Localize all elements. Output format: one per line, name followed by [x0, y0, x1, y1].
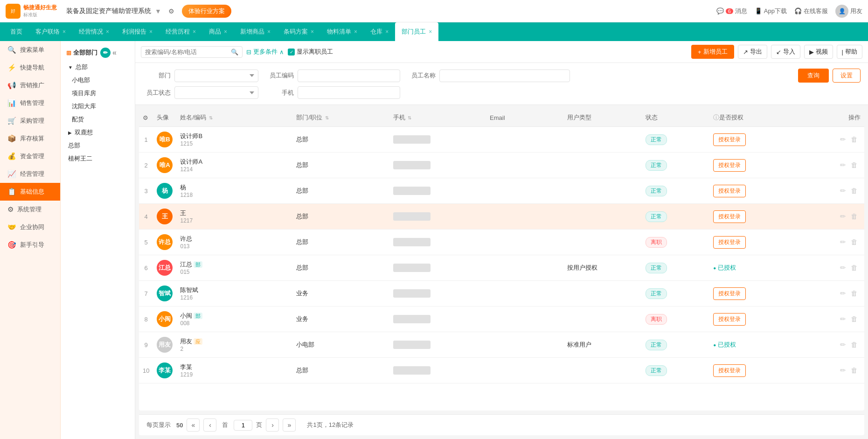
status-select[interactable]: [174, 86, 258, 99]
page-number-input[interactable]: [234, 420, 252, 431]
import-button[interactable]: ↙ 导入: [771, 45, 800, 59]
settings-icon[interactable]: ⚙: [165, 5, 178, 18]
tree-collapse-button[interactable]: «: [112, 49, 117, 57]
help-button[interactable]: | 帮助: [837, 45, 862, 59]
auth-login-button[interactable]: 授权登录: [713, 185, 746, 197]
sidebar-item-快捷导航[interactable]: ⚡快捷导航: [0, 59, 60, 77]
edit-button[interactable]: ✏: [840, 289, 846, 297]
first-page-button[interactable]: «: [187, 418, 200, 432]
nav-tab-利润报告[interactable]: 利润报告×: [116, 22, 159, 41]
title-dropdown-icon[interactable]: ▼: [155, 7, 161, 15]
tab-close-icon[interactable]: ×: [429, 28, 432, 35]
nav-tab-客户联络[interactable]: 客户联络×: [29, 22, 72, 41]
delete-button[interactable]: 🗑: [851, 212, 858, 220]
name-sort-icon[interactable]: ⇅: [209, 115, 213, 120]
nav-tab-物料清单[interactable]: 物料清单×: [320, 22, 364, 41]
auth-login-button[interactable]: 授权登录: [713, 287, 746, 300]
tab-close-icon[interactable]: ×: [354, 28, 357, 35]
tree-node-双鹿想[interactable]: ▶双鹿想: [61, 126, 135, 139]
tree-edit-button[interactable]: ✏: [100, 48, 111, 58]
delete-button[interactable]: 🗑: [851, 366, 858, 374]
nav-tab-经营情况[interactable]: 经营情况×: [72, 22, 116, 41]
sidebar-item-基础信息[interactable]: 📋基础信息: [0, 183, 60, 201]
delete-button[interactable]: 🗑: [851, 264, 858, 272]
message-item[interactable]: 💬 6 消息: [716, 7, 747, 15]
nav-tab-新增商品[interactable]: 新增商品×: [234, 22, 277, 41]
delete-button[interactable]: 🗑: [851, 187, 858, 195]
empcode-input[interactable]: [298, 70, 400, 82]
auth-login-button[interactable]: 授权登录: [713, 236, 746, 249]
prev-page-button[interactable]: ‹: [203, 418, 216, 432]
edit-button[interactable]: ✏: [840, 341, 846, 348]
tree-node-总部[interactable]: ▼总部: [61, 61, 135, 74]
auth-login-button[interactable]: 授权登录: [713, 210, 746, 223]
tab-close-icon[interactable]: ×: [106, 28, 109, 35]
auth-login-button[interactable]: 授权登录: [713, 159, 746, 172]
delete-button[interactable]: 🗑: [851, 341, 858, 348]
tab-close-icon[interactable]: ×: [224, 28, 227, 35]
edit-button[interactable]: ✏: [840, 238, 846, 246]
search-input[interactable]: [145, 49, 229, 56]
export-button[interactable]: ↗ 导出: [738, 45, 767, 59]
auth-login-button[interactable]: 授权登录: [713, 133, 746, 146]
add-employee-button[interactable]: + 新增员工: [691, 45, 734, 59]
tab-close-icon[interactable]: ×: [193, 28, 196, 35]
last-page-button[interactable]: »: [283, 418, 296, 432]
edit-button[interactable]: ✏: [840, 264, 846, 272]
sidebar-item-库存核算[interactable]: 📦库存核算: [0, 130, 60, 147]
nav-tab-部门员工[interactable]: 部门员工×: [395, 22, 438, 41]
tree-node-配货[interactable]: 配货: [61, 113, 135, 126]
tab-close-icon[interactable]: ×: [149, 28, 153, 35]
tree-node-沈阳大库[interactable]: 沈阳大库: [61, 100, 135, 113]
edit-button[interactable]: ✏: [840, 135, 846, 143]
more-filters-button[interactable]: ⊟ 更多条件 ∧: [246, 48, 284, 56]
edit-button[interactable]: ✏: [840, 187, 846, 195]
sidebar-item-营销推广[interactable]: 📢营销推广: [0, 77, 60, 94]
dept-select[interactable]: [174, 70, 258, 82]
sidebar-item-资金管理[interactable]: 💰资金管理: [0, 147, 60, 165]
tree-node-总部[interactable]: 总部: [61, 139, 135, 152]
edit-button[interactable]: ✏: [840, 366, 846, 374]
tab-close-icon[interactable]: ×: [267, 28, 271, 35]
edit-button[interactable]: ✏: [840, 161, 846, 169]
sidebar-item-经营管理[interactable]: 📈经营管理: [0, 165, 60, 183]
auth-login-button[interactable]: 授权登录: [713, 364, 746, 377]
nav-tab-首页[interactable]: 首页: [4, 22, 29, 41]
sidebar-item-采购管理[interactable]: 🛒采购管理: [0, 112, 60, 130]
tab-close-icon[interactable]: ×: [385, 28, 389, 35]
sidebar-item-销售管理[interactable]: 📊销售管理: [0, 94, 60, 112]
sidebar-item-新手引导[interactable]: 🎯新手引导: [0, 236, 60, 254]
sidebar-item-企业协同[interactable]: 🤝企业协同: [0, 218, 60, 236]
tab-close-icon[interactable]: ×: [62, 28, 66, 35]
tree-node-小电部[interactable]: 小电部: [61, 74, 135, 87]
nav-tab-仓库[interactable]: 仓库×: [364, 22, 395, 41]
nav-tab-经营历程[interactable]: 经营历程×: [159, 22, 202, 41]
trial-button[interactable]: 体验行业方案: [182, 5, 231, 18]
empname-input[interactable]: [439, 70, 570, 82]
sidebar-item-搜索菜单[interactable]: 🔍搜索菜单: [0, 41, 60, 59]
edit-button[interactable]: ✏: [840, 212, 846, 220]
user-item[interactable]: 👤 用友: [835, 5, 862, 18]
delete-button[interactable]: 🗑: [851, 289, 858, 297]
edit-button[interactable]: ✏: [840, 315, 846, 323]
next-page-button[interactable]: ›: [266, 418, 279, 432]
column-settings-icon[interactable]: ⚙: [143, 114, 148, 121]
service-item[interactable]: 🎧 在线客服: [794, 7, 828, 15]
nav-tab-条码方案[interactable]: 条码方案×: [277, 22, 320, 41]
tree-node-植树王二[interactable]: 植树王二: [61, 152, 135, 165]
show-resigned-checkbox[interactable]: ✓: [288, 49, 295, 56]
dept-sort-icon[interactable]: ⇅: [325, 115, 329, 120]
delete-button[interactable]: 🗑: [851, 135, 858, 143]
set-button[interactable]: 设置: [833, 69, 861, 83]
view-button[interactable]: ▶ 视频: [804, 45, 833, 59]
phone-sort-icon[interactable]: ⇅: [408, 115, 411, 120]
sidebar-item-系统管理[interactable]: ⚙系统管理: [0, 201, 60, 218]
delete-button[interactable]: 🗑: [851, 238, 858, 246]
nav-tab-商品[interactable]: 商品×: [202, 22, 234, 41]
delete-button[interactable]: 🗑: [851, 315, 858, 323]
phone-input[interactable]: [298, 86, 400, 99]
tree-node-项目库房[interactable]: 项目库房: [61, 87, 135, 100]
auth-login-button[interactable]: 授权登录: [713, 313, 746, 326]
query-button[interactable]: 查询: [798, 69, 829, 83]
app-download-item[interactable]: 📱 App下载: [755, 7, 787, 15]
